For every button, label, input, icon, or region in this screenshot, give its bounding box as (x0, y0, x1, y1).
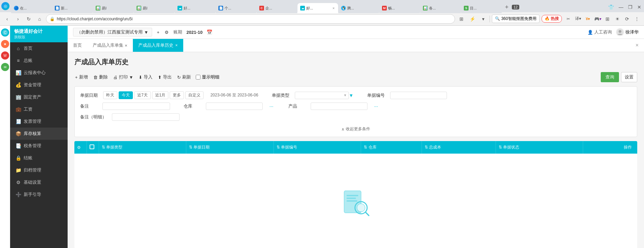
date-btn-yesterday[interactable]: 昨天 (103, 91, 117, 99)
type-select[interactable] (295, 92, 349, 99)
delete-button[interactable]: 🗑 删除 (93, 73, 109, 82)
sidebar-item-new-account[interactable]: ➕ 新手引导 (10, 188, 68, 201)
export-button[interactable]: ⬆ 导出 (157, 73, 172, 82)
sidebar-item-funds[interactable]: 💰 资金管理 (10, 79, 68, 91)
tab-1[interactable]: 🔵 在... (11, 3, 52, 13)
print-button[interactable]: 🖨 打印 ▼ (113, 73, 134, 82)
th-status[interactable]: ⇅ 单据状态 (496, 141, 583, 154)
date-btn-custom[interactable]: 自定义 (185, 91, 204, 99)
date-btn-more[interactable]: 更多 (170, 91, 184, 99)
sidebar-item-archive[interactable]: 📁 归档管理 (10, 164, 68, 176)
tab-9[interactable]: 🐧 腾... (338, 3, 379, 13)
select-all-checkbox[interactable] (90, 144, 94, 149)
remark-detail-input[interactable] (112, 113, 180, 121)
sidebar-item-basic[interactable]: ⚙ 基础设置 (10, 176, 68, 188)
tab-2[interactable]: 📄 新... (52, 3, 93, 13)
settings-btn[interactable]: 设置 (621, 72, 637, 82)
warehouse-dots[interactable]: ··· (268, 104, 275, 109)
sync-button[interactable]: ⟳ (623, 15, 631, 23)
breadcrumb-history-tab[interactable]: 产成品入库单历史 × (133, 39, 183, 52)
company-selector[interactable]: （勿删勿禁用）江西服宝测试专用 ▼ (73, 28, 152, 37)
lightning-button[interactable]: ⚡ (468, 15, 477, 23)
forward-button[interactable]: › (14, 15, 22, 23)
service-button[interactable]: 👤 人工咨询 (588, 29, 612, 35)
dropdown-button[interactable]: ▾ (479, 15, 487, 23)
tab-3[interactable]: 📊 易I (93, 3, 134, 13)
sidebar-item-label-new-account: 新手引导 (24, 191, 41, 198)
query-button[interactable]: 查询 (601, 72, 619, 82)
hot-search-button[interactable]: 🔥 热搜 (542, 15, 562, 23)
tab-11[interactable]: 📊 各... (420, 3, 461, 13)
product-input[interactable] (311, 103, 367, 110)
tab-close-8[interactable]: × (332, 6, 335, 10)
refresh-button[interactable]: ↻ 刷新 (176, 73, 192, 82)
theme-button[interactable]: ☀ (613, 15, 622, 23)
chanjet-logo-icon[interactable]: C (1, 28, 9, 37)
th-date[interactable]: ⇅ 单据日期 (186, 141, 274, 154)
th-checkbox[interactable] (87, 141, 99, 154)
th-cost[interactable]: ⇅ 总成本 (422, 141, 496, 154)
import-button[interactable]: ⬇ 导入 (138, 73, 153, 82)
tab-8-active[interactable]: ☁ 好... × (297, 3, 338, 13)
address-bar[interactable]: 🔒 https://cloud.chanjet.com/accounting/u… (46, 14, 455, 24)
th-type[interactable]: ⇅ 单据类型 (99, 141, 186, 154)
translate-button[interactable]: 译▾ (574, 15, 582, 23)
tab-5[interactable]: ☁ 好... (175, 3, 215, 13)
orange-app-icon[interactable]: ★ (1, 40, 9, 48)
breadcrumb-home[interactable]: 首页 (68, 39, 87, 52)
tab-10[interactable]: M 畅... (379, 3, 420, 13)
sidebar-item-invoice[interactable]: 🧾 发票管理 (10, 115, 68, 128)
user-profile[interactable]: 徐泽华 (616, 28, 639, 36)
sidebar-item-fixed-assets[interactable]: 🏢 固定资产 (10, 91, 68, 103)
maximize-button[interactable]: ❐ (627, 4, 634, 10)
tab-7[interactable]: C 企... (257, 3, 297, 13)
home-button[interactable]: ⌂ (35, 15, 44, 23)
add-button[interactable]: + 新增 (74, 73, 89, 82)
date-btn-today[interactable]: 今天 (119, 91, 133, 99)
date-btn-7days[interactable]: 近7天 (134, 91, 151, 99)
new-tab-button[interactable]: + (502, 2, 511, 12)
gear-settings-icon[interactable]: ⚙ (77, 145, 81, 150)
settings-button[interactable]: ⚙ (164, 28, 169, 36)
breadcrumb-list-close[interactable]: × (125, 43, 127, 48)
search-bar-input[interactable]: 🔍 360智能抠图免费用 (492, 15, 539, 23)
tab-12[interactable]: S 目... (461, 3, 502, 13)
sidebar-item-payroll[interactable]: 💼 工资 (10, 103, 68, 115)
th-gear[interactable]: ⚙ (74, 141, 87, 154)
close-window-button[interactable]: ✕ (636, 4, 643, 10)
scissors-icon[interactable]: ✂ (564, 15, 573, 23)
game-button[interactable]: 🎮▾ (593, 15, 602, 23)
sidebar-item-closing[interactable]: 🔒 结账 (10, 152, 68, 164)
sidebar-item-home[interactable]: ⌂ 首页 (10, 42, 68, 54)
tab-4[interactable]: 📊 易I (134, 3, 174, 13)
sidebar-item-reports[interactable]: 📊 云报表中心 (10, 67, 68, 79)
green-app-icon[interactable]: ✉ (1, 63, 9, 71)
close-panel-button[interactable]: × (630, 42, 644, 48)
red-app-icon[interactable]: W (1, 51, 9, 60)
grid-button[interactable]: ⊞ (603, 15, 612, 23)
display-cols-checkbox[interactable] (196, 75, 200, 80)
collapse-button[interactable]: ∧ 收起更多条件 (341, 126, 370, 132)
currency-button[interactable]: ¥▾ (583, 15, 592, 23)
display-cols-toggle[interactable]: 显示明细 (196, 74, 219, 80)
breadcrumb-list-tab[interactable]: 产成品入库单集 × (87, 39, 133, 52)
sidebar-item-ledger[interactable]: ≡ 总账 (10, 54, 68, 67)
th-number[interactable]: ⇅ 单据编号 (273, 141, 361, 154)
calendar-icon[interactable]: 📅 (207, 29, 212, 35)
sidebar-item-inventory[interactable]: 📦 库存核算 (10, 128, 68, 140)
date-btn-1month[interactable]: 近1月 (152, 91, 169, 99)
sidebar-item-tax[interactable]: 📑 税务管理 (10, 140, 68, 152)
th-warehouse[interactable]: ⇅ 仓库 (361, 141, 422, 154)
warehouse-input[interactable] (206, 103, 263, 110)
number-input[interactable] (390, 92, 447, 99)
tab-6[interactable]: 📄 个... (216, 3, 256, 13)
breadcrumb-history-close[interactable]: × (175, 43, 178, 48)
back-button[interactable]: ‹ (3, 15, 11, 23)
minimize-button[interactable]: — (617, 4, 625, 10)
more-menu-button[interactable]: ⋮ (633, 15, 641, 23)
reload-button[interactable]: ↻ (24, 15, 33, 23)
remark-input[interactable] (102, 103, 170, 110)
product-dots[interactable]: ··· (373, 104, 380, 109)
add-company-button[interactable]: + (156, 28, 160, 36)
extensions-button[interactable]: ⊞ (457, 15, 466, 23)
